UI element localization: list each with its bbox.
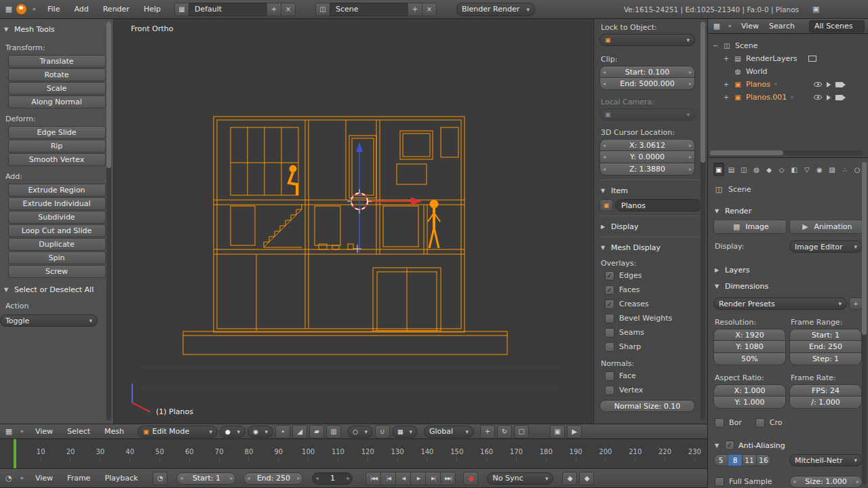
increment-icon[interactable]: ▸: [689, 154, 692, 160]
timeline-start-field[interactable]: ◂ Start: 1 ▸: [176, 472, 236, 485]
manipulator-rotate-button[interactable]: ↻: [497, 425, 512, 439]
panel-mesh-display[interactable]: ▼ Mesh Display: [599, 241, 702, 253]
header-collapse-icon[interactable]: ∘: [724, 22, 735, 30]
aa-filter-dropdown[interactable]: Mitchell-Netr ▾: [789, 454, 863, 466]
layout-delete-button[interactable]: ×: [281, 3, 296, 16]
header-collapse-icon[interactable]: ∘: [28, 5, 39, 14]
keying-set-icon[interactable]: ◆: [562, 472, 577, 485]
duplicate-button[interactable]: Duplicate: [8, 238, 106, 251]
tab-scene-icon[interactable]: ◫: [738, 163, 749, 176]
manipulator-translate-button[interactable]: +: [480, 425, 495, 439]
scene-delete-button[interactable]: ×: [422, 3, 437, 16]
increment-icon[interactable]: ▸: [689, 81, 692, 87]
opengl-render-anim-button[interactable]: ▶: [567, 425, 582, 439]
loop-cut-button[interactable]: Loop Cut and Slide: [8, 224, 106, 237]
expand-toggle[interactable]: +: [723, 94, 730, 101]
panel-mesh-tools[interactable]: ▼ Mesh Tools: [0, 23, 113, 35]
expand-toggle[interactable]: +: [723, 55, 730, 62]
scrollbar-thumb[interactable]: [701, 22, 705, 163]
selectability-arrow-icon[interactable]: [827, 82, 831, 87]
render-image-button[interactable]: ▦ Image: [713, 220, 787, 234]
aa-samples-16-button[interactable]: 16: [756, 454, 771, 466]
decrement-icon[interactable]: ◂: [603, 81, 606, 87]
tool-shelf-scrollbar[interactable]: [106, 22, 111, 420]
editor-type-3dview-icon[interactable]: ▦: [3, 427, 14, 436]
outliner-item-world[interactable]: ◍ World: [708, 65, 868, 78]
viewport-3d[interactable]: Front Ortho (1) Planos: [114, 19, 593, 424]
tab-data-icon[interactable]: ▽: [802, 163, 812, 176]
timeline-end-field[interactable]: ◂ End: 250 ▸: [243, 472, 303, 485]
seams-checkbox[interactable]: Seams: [599, 325, 702, 340]
snap-element-dropdown[interactable]: ▦ ▾: [392, 426, 418, 438]
edge-slide-button[interactable]: Edge Slide: [8, 126, 106, 139]
menu-playback[interactable]: Playback: [98, 472, 144, 485]
limit-to-visible-button[interactable]: ▥: [326, 425, 341, 439]
tab-constraints-icon[interactable]: ◇: [776, 163, 787, 176]
crop-checkbox[interactable]: Cro: [754, 415, 784, 430]
increment-icon[interactable]: ▸: [856, 479, 859, 485]
item-name-field[interactable]: Planos: [615, 199, 702, 211]
decrement-icon[interactable]: ◂: [180, 475, 182, 481]
sharp-checkbox[interactable]: Sharp: [599, 340, 702, 354]
extrude-region-button[interactable]: Extrude Region: [8, 184, 106, 197]
editor-type-info-icon[interactable]: ▦: [3, 5, 14, 14]
menu-help[interactable]: Help: [138, 3, 167, 16]
selectability-arrow-icon[interactable]: [827, 95, 831, 100]
border-checkbox[interactable]: Bor: [713, 415, 743, 430]
current-frame-field[interactable]: ◂ 1 ▸: [312, 472, 353, 485]
scene-name-field[interactable]: Scene: [330, 3, 408, 16]
action-dropdown[interactable]: Toggle ▾: [0, 314, 98, 327]
scrollbar-thumb[interactable]: [106, 22, 111, 168]
faces-checkbox[interactable]: ✓ Faces: [599, 283, 702, 297]
cursor-x-field[interactable]: ◂ X: 3.0612 ▸: [599, 139, 695, 151]
menu-add[interactable]: Add: [68, 3, 94, 16]
next-keyframe-button[interactable]: ▶|: [425, 472, 441, 485]
smooth-vertex-button[interactable]: Smooth Vertex: [8, 153, 106, 166]
local-camera-field[interactable]: ▣ ▾: [599, 108, 695, 121]
panel-anti-aliasing[interactable]: ▼ ✓ Anti-Aliasing: [713, 439, 863, 451]
jump-to-start-button[interactable]: |◀◀: [366, 472, 381, 485]
face-normals-checkbox[interactable]: Face: [599, 369, 702, 383]
full-sample-checkbox[interactable]: Full Sample: [713, 474, 774, 488]
auto-keyframe-toggle[interactable]: ●: [463, 472, 478, 485]
render-animation-button[interactable]: ▶ Animation: [789, 220, 863, 234]
n-panel-scrollbar[interactable]: [701, 22, 705, 420]
editor-type-timeline-icon[interactable]: ◔: [3, 474, 14, 483]
tab-render-icon[interactable]: ▣: [713, 163, 724, 176]
vertex-normals-checkbox[interactable]: Vertex: [599, 383, 702, 397]
manipulator-scale-button[interactable]: □: [514, 425, 529, 439]
resolution-x-field[interactable]: X: 1920: [713, 329, 786, 341]
mode-dropdown[interactable]: ▣ Edit Mode ▾: [138, 426, 218, 438]
orientation-dropdown[interactable]: Global ▾: [424, 426, 474, 438]
play-reverse-button[interactable]: ◀: [395, 472, 411, 485]
increment-icon[interactable]: ▸: [230, 475, 233, 481]
menu-mesh[interactable]: Mesh: [98, 425, 130, 439]
sync-mode-dropdown[interactable]: No Sync ▾: [487, 472, 553, 485]
viewport-canvas[interactable]: [114, 19, 593, 424]
along-normal-button[interactable]: Along Normal: [8, 96, 106, 108]
face-select-mode-button[interactable]: ▰: [309, 425, 324, 439]
outliner-item-renderlayers[interactable]: + ▤ RenderLayers: [708, 52, 868, 65]
layout-add-button[interactable]: +: [267, 3, 281, 16]
panel-display[interactable]: ▶ Display: [599, 220, 702, 232]
decrement-icon[interactable]: ◂: [603, 154, 606, 160]
decrement-icon[interactable]: ◂: [315, 475, 318, 481]
panel-select-deselect[interactable]: ▼ Select or Deselect All: [0, 283, 113, 296]
menu-view[interactable]: View: [737, 20, 763, 33]
clip-end-field[interactable]: ◂ End: 5000.000 ▸: [599, 78, 695, 90]
render-toggle-icon[interactable]: [808, 56, 816, 62]
decrement-icon[interactable]: ◂: [793, 479, 795, 485]
previous-keyframe-button[interactable]: |◀: [380, 472, 396, 485]
scrollbar-thumb[interactable]: [862, 162, 867, 335]
timeline-ruler[interactable]: 10 20 30 40 50 60 70 80 90 100 110 120 1…: [0, 439, 707, 469]
decrement-icon[interactable]: ◂: [603, 142, 606, 148]
aa-samples-5-button[interactable]: 5: [713, 454, 728, 466]
header-collapse-icon[interactable]: ∘: [16, 474, 27, 483]
fps-field[interactable]: FPS: 24: [789, 384, 862, 396]
aa-samples-8-button[interactable]: 8: [728, 454, 743, 466]
fps-base-field[interactable]: /: 1.000: [789, 396, 862, 409]
extrude-individual-button[interactable]: Extrude Individual: [8, 197, 106, 210]
menu-select[interactable]: Select: [61, 425, 96, 439]
outliner-hscrollbar[interactable]: [710, 150, 863, 155]
expand-toggle[interactable]: −: [712, 42, 719, 49]
